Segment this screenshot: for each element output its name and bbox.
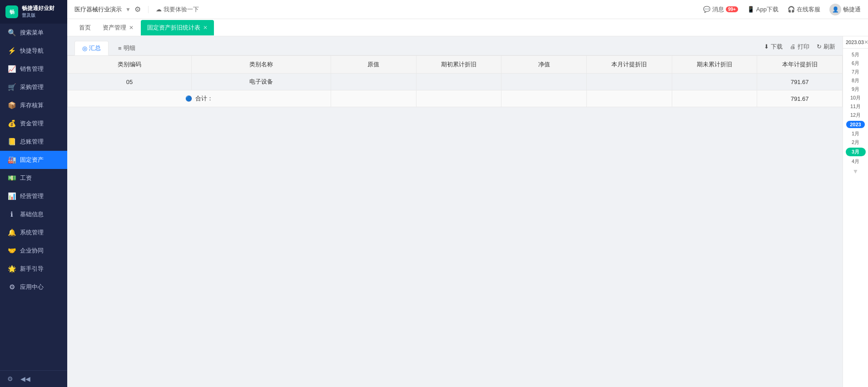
experience-cloud-icon: ☁ xyxy=(156,6,162,13)
sidebar-item-operations[interactable]: 📊 经营管理 xyxy=(0,187,67,205)
sidebar-item-system[interactable]: 🔔 系统管理 xyxy=(0,223,67,242)
download-button[interactable]: ⬇ 下载 xyxy=(764,43,783,51)
cell-monthly-dep xyxy=(587,74,672,90)
tab-asset-mgmt[interactable]: 资产管理 ✕ xyxy=(96,20,140,35)
timeline-year-2023[interactable]: 2023 xyxy=(846,121,864,128)
print-button[interactable]: 🖨 打印 xyxy=(790,43,809,51)
topbar: 医疗器械行业演示 ▼ ⚙ ☁ 我要体验一下 💬 消息 99+ 📱 App下载 xyxy=(67,0,868,19)
purchase-icon: 🛒 xyxy=(7,83,16,92)
timeline-month-6[interactable]: 6月 xyxy=(843,59,868,68)
panel-close-icon[interactable]: ✕ xyxy=(864,39,868,45)
timeline-month-10[interactable]: 10月 xyxy=(843,94,868,102)
subtab-detail[interactable]: ≡ 明细 xyxy=(110,41,143,55)
detail-icon: ≡ xyxy=(118,45,122,52)
timeline-month-9[interactable]: 9月 xyxy=(843,85,868,94)
refresh-icon: ↻ xyxy=(817,43,822,50)
sidebar-item-ledger[interactable]: 📒 总账管理 xyxy=(0,133,67,151)
sidebar-item-basic-info[interactable]: ℹ 基础信息 xyxy=(0,205,67,223)
system-icon: 🔔 xyxy=(7,228,16,237)
topbar-right: 💬 消息 99+ 📱 App下载 🎧 在线客服 👤 畅捷通 xyxy=(703,4,861,15)
tab-fixed-asset-close[interactable]: ✕ xyxy=(203,25,208,31)
tab-fixed-asset[interactable]: 固定资产折旧统计表 ✕ xyxy=(141,20,214,35)
subtabs-left: ◎ 汇总 ≡ 明细 xyxy=(74,41,143,55)
topbar-settings-icon[interactable]: ⚙ xyxy=(134,5,141,14)
summary-annual-dep: 791.67 xyxy=(757,90,843,107)
cell-name: 电子设备 xyxy=(191,74,331,90)
sidebar-item-purchase[interactable]: 🛒 采购管理 xyxy=(0,78,67,96)
summary-net-value xyxy=(501,90,587,107)
timeline-month-11[interactable]: 11月 xyxy=(843,102,868,111)
cell-net-value xyxy=(501,74,587,90)
sidebar-settings-icon[interactable]: ⚙ xyxy=(7,375,13,382)
support-button[interactable]: 🎧 在线客服 xyxy=(788,5,820,14)
sidebar-item-quick-nav[interactable]: ⚡ 快捷导航 xyxy=(0,42,67,60)
summary-monthly-dep xyxy=(587,90,672,107)
timeline-month-12[interactable]: 12月 xyxy=(843,111,868,119)
quick-nav-icon: ⚡ xyxy=(7,46,16,55)
sidebar-item-inventory[interactable]: 📦 库存核算 xyxy=(0,96,67,114)
print-icon: 🖨 xyxy=(790,43,796,50)
timeline-month-4[interactable]: 4月 xyxy=(843,157,868,166)
sidebar: 畅 畅捷通好业财 普及版 🔍 搜索菜单 ⚡ 快捷导航 📈 销售管理 xyxy=(0,0,67,387)
sidebar-item-cooperation[interactable]: 🤝 企业协同 xyxy=(0,242,67,260)
timeline: 5月 6月 7月 8月 9月 10月 11月 12月 2023 1月 2月 3月… xyxy=(843,49,868,387)
phone-icon: 📱 xyxy=(747,6,754,13)
cooperation-icon: 🤝 xyxy=(7,246,16,255)
timeline-month-7[interactable]: 7月 xyxy=(843,68,868,76)
timeline-month-5[interactable]: 5月 xyxy=(843,50,868,59)
content-main: ◎ 汇总 ≡ 明细 ⬇ 下载 � xyxy=(67,36,843,387)
col-header-monthly-dep: 本月计提折旧 xyxy=(587,56,672,74)
headset-icon: 🎧 xyxy=(788,6,795,13)
experience-button[interactable]: ☁ 我要体验一下 xyxy=(156,5,199,14)
period-label: 2023.03 xyxy=(846,40,864,45)
sidebar-collapse-icon[interactable]: ◀◀ xyxy=(20,375,30,382)
table-header-row: 类别编码 类别名称 原值 期初累计折旧 净值 本月计提折旧 期未累计折旧 本年计… xyxy=(68,56,843,74)
sidebar-item-search[interactable]: 🔍 搜索菜单 xyxy=(0,24,67,42)
operations-icon: 📊 xyxy=(7,192,16,201)
sidebar-item-fixed-assets[interactable]: 🏭 固定资产 xyxy=(0,151,67,169)
messages-icon: 💬 xyxy=(703,6,710,13)
col-header-code: 类别编码 xyxy=(68,56,192,74)
timeline-down-icon[interactable]: ▼ xyxy=(853,168,859,175)
summary-icon: 🔵 xyxy=(185,95,192,102)
col-header-original: 原值 xyxy=(331,56,417,74)
messages-button[interactable]: 💬 消息 99+ xyxy=(703,5,738,14)
payroll-icon: 💵 xyxy=(7,174,16,183)
timeline-month-2[interactable]: 2月 xyxy=(843,138,868,147)
download-button[interactable]: 📱 App下载 xyxy=(747,5,779,14)
company-dropdown-icon[interactable]: ▼ xyxy=(125,6,131,13)
search-icon: 🔍 xyxy=(7,28,16,37)
cell-code: 05 xyxy=(68,74,192,90)
summary-icon: ◎ xyxy=(82,45,87,52)
company-name[interactable]: 医疗器械行业演示 xyxy=(74,5,122,14)
summary-original xyxy=(331,90,417,107)
refresh-button[interactable]: ↻ 刷新 xyxy=(817,43,835,51)
sidebar-nav: 🔍 搜索菜单 ⚡ 快捷导航 📈 销售管理 🛒 采购管理 📦 库存核算 xyxy=(0,24,67,370)
cell-annual-dep: 791.67 xyxy=(757,74,843,90)
tab-asset-mgmt-close[interactable]: ✕ xyxy=(129,25,134,31)
subtabs: ◎ 汇总 ≡ 明细 ⬇ 下载 � xyxy=(67,36,843,55)
col-header-opening-dep: 期初累计折旧 xyxy=(416,56,501,74)
user-menu[interactable]: 👤 畅捷通 xyxy=(829,4,861,15)
tabs-bar: 首页 资产管理 ✕ 固定资产折旧统计表 ✕ xyxy=(67,19,868,36)
timeline-month-3-active[interactable]: 3月 xyxy=(846,148,866,156)
sidebar-item-guide[interactable]: 🌟 新手引导 xyxy=(0,260,67,278)
main-container: 医疗器械行业演示 ▼ ⚙ ☁ 我要体验一下 💬 消息 99+ 📱 App下载 xyxy=(67,0,868,387)
logo-icon: 畅 xyxy=(5,5,18,18)
inventory-icon: 📦 xyxy=(7,101,16,110)
timeline-month-1[interactable]: 1月 xyxy=(843,129,868,138)
sidebar-item-app-center[interactable]: ⚙ 应用中心 xyxy=(0,278,67,296)
cell-period-end-dep xyxy=(672,74,757,90)
avatar-icon: 👤 xyxy=(832,6,839,13)
subtab-summary[interactable]: ◎ 汇总 xyxy=(74,41,109,55)
sidebar-item-funds[interactable]: 💰 资金管理 xyxy=(0,114,67,133)
sales-icon: 📈 xyxy=(7,64,16,74)
summary-label: 🔵 合计： xyxy=(68,90,331,107)
sidebar-item-sales[interactable]: 📈 销售管理 xyxy=(0,60,67,78)
logo-text: 畅捷通好业财 xyxy=(22,5,55,12)
basic-info-icon: ℹ xyxy=(7,210,16,219)
timeline-month-8[interactable]: 8月 xyxy=(843,76,868,85)
sidebar-item-payroll[interactable]: 💵 工资 xyxy=(0,169,67,187)
tab-home[interactable]: 首页 xyxy=(74,20,95,35)
table-row: 05 电子设备 791.67 xyxy=(68,74,843,90)
